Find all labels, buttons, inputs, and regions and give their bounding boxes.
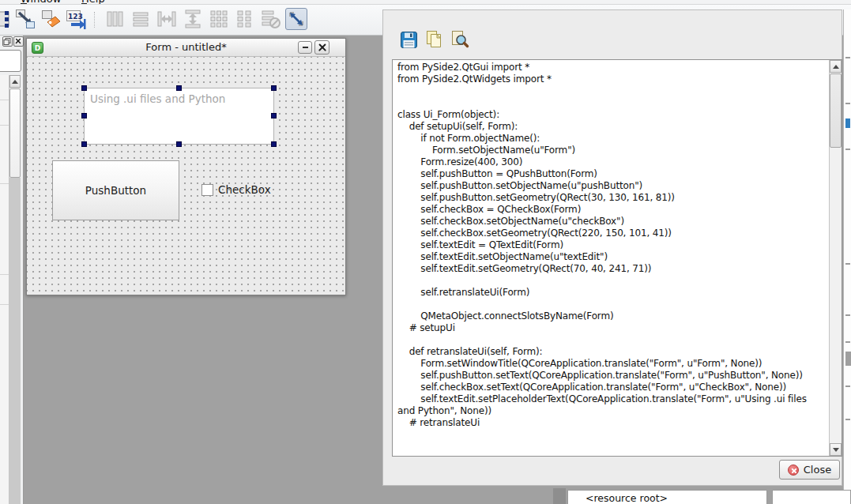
scrollbar-up-icon[interactable] <box>830 60 842 73</box>
layout-splitter-vertical-icon[interactable] <box>182 8 204 30</box>
close-button[interactable]: Close <box>779 460 840 480</box>
adjust-size-icon[interactable] <box>285 8 307 30</box>
layout-vertical-icon[interactable] <box>130 8 152 30</box>
minimize-button[interactable] <box>298 41 312 54</box>
mnemonic-underline <box>21 3 27 4</box>
code-view[interactable]: from PySide2.QtGui import * from PySide2… <box>392 59 842 457</box>
minimize-icon <box>303 47 308 48</box>
selection-handle-s[interactable] <box>176 141 182 147</box>
layout-form-icon[interactable] <box>234 8 256 30</box>
dock-close-icon[interactable] <box>13 36 24 47</box>
generated-python-code[interactable]: from PySide2.QtGui import * from PySide2… <box>393 60 828 456</box>
selection-handle-nw[interactable] <box>81 85 87 91</box>
close-icon <box>318 43 326 51</box>
dock-splitter[interactable] <box>553 488 566 504</box>
code-preview-dialog: from PySide2.QtGui import * from PySide2… <box>382 9 842 486</box>
right-panel-edge <box>843 9 851 504</box>
form-window: D Form - untitled* Using .ui files and P… <box>26 38 346 295</box>
scrollbar-thumb[interactable] <box>9 88 21 178</box>
edit-buddies-icon[interactable] <box>40 8 62 30</box>
textedit-placeholder: Using .ui files and Python <box>85 88 273 109</box>
break-layout-icon[interactable] <box>260 8 282 30</box>
selection-handle-n[interactable] <box>176 85 182 91</box>
selection-handle-ne[interactable] <box>271 85 277 91</box>
close-button-icon <box>788 465 799 476</box>
widget-box-panel <box>0 36 24 504</box>
textedit-widget[interactable]: Using .ui files and Python <box>84 88 274 145</box>
pushbutton-widget[interactable]: PushButton <box>52 160 179 220</box>
form-canvas[interactable]: Using .ui files and Python PushButton Ch… <box>27 57 345 295</box>
layout-horizontal-icon[interactable] <box>104 8 126 30</box>
save-icon[interactable] <box>398 29 419 50</box>
resource-tree[interactable]: <resource root> <box>567 490 767 504</box>
layout-splitter-horizontal-icon[interactable] <box>156 8 178 30</box>
selection-handle-se[interactable] <box>271 141 277 147</box>
mnemonic-underline <box>81 3 87 4</box>
selection-mark <box>845 118 850 128</box>
scrollbar-up-icon[interactable] <box>9 75 21 88</box>
widget-box-scrollbar[interactable] <box>9 75 21 504</box>
find-icon[interactable] <box>450 29 470 50</box>
scrollbar-down-icon[interactable] <box>830 443 842 456</box>
close-button-label: Close <box>804 464 831 476</box>
checkbox-widget[interactable] <box>201 184 213 196</box>
resource-root-item[interactable]: <resource root> <box>568 491 766 504</box>
selection-handle-w[interactable] <box>81 113 87 118</box>
edit-tab-order-icon[interactable]: 123 <box>65 8 87 30</box>
checkbox-label: CheckBox <box>218 183 271 196</box>
scrollbar-thumb[interactable] <box>830 73 842 148</box>
widget-box-list[interactable] <box>0 75 9 504</box>
qt-designer-screen: Window Help <box>0 0 851 504</box>
edit-signals-slots-icon[interactable] <box>14 8 36 30</box>
dock-float-icon[interactable] <box>2 36 13 47</box>
toolbar-separator <box>94 12 95 28</box>
tab-order-123-glyph: 123 <box>68 13 83 21</box>
selection-handle-sw[interactable] <box>81 141 87 147</box>
form-window-titlebar[interactable]: D Form - untitled* <box>27 39 345 57</box>
code-scrollbar[interactable] <box>829 60 842 456</box>
close-window-button[interactable] <box>314 40 329 55</box>
copy-icon[interactable] <box>424 29 444 50</box>
resource-detail-pane[interactable] <box>772 490 851 504</box>
widget-filter-input[interactable] <box>0 50 21 72</box>
layout-grid-icon[interactable] <box>208 8 230 30</box>
edit-widgets-icon[interactable] <box>0 8 13 30</box>
selection-handle-e[interactable] <box>271 113 277 118</box>
